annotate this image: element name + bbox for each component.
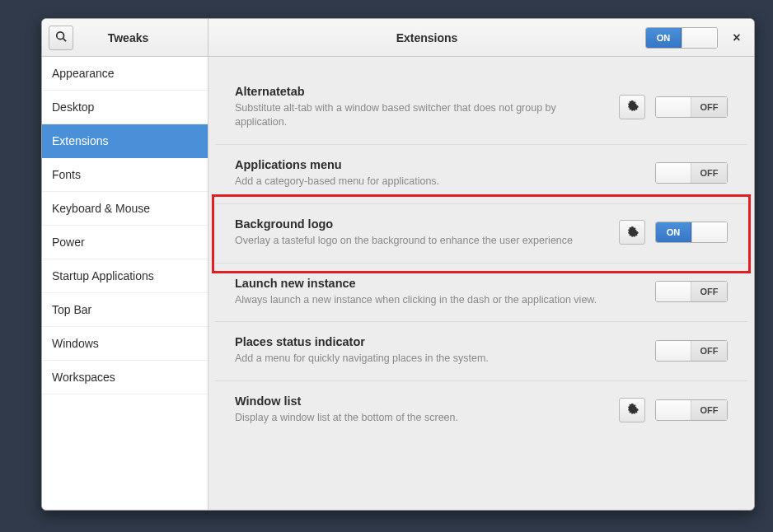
extension-text: Places status indicatorAdd a menu for qu… <box>235 335 655 366</box>
extension-row: Places status indicatorAdd a menu for qu… <box>215 322 747 381</box>
sidebar-item-label: Fonts <box>52 168 81 181</box>
toggle-on-label: ON <box>646 28 682 48</box>
extension-description: Add a menu for quickly navigating places… <box>235 352 645 366</box>
titlebar-left: Tweaks <box>42 19 208 56</box>
toggle-off-label: OFF <box>691 341 727 361</box>
sidebar-item-label: Desktop <box>52 100 94 114</box>
extension-title: Places status indicator <box>235 335 645 348</box>
extension-toggle[interactable]: OFF <box>655 340 728 362</box>
gear-icon <box>626 99 639 114</box>
sidebar-item-label: Workspaces <box>52 371 115 384</box>
svg-point-0 <box>57 31 64 39</box>
toggle-off-label: OFF <box>691 282 727 301</box>
extension-toggle[interactable]: OFF <box>655 96 728 118</box>
app-title: Tweaks <box>73 31 208 44</box>
extension-toggle[interactable]: OFF <box>655 162 728 184</box>
extension-row: Background logoOverlay a tasteful logo o… <box>215 204 747 264</box>
close-icon: × <box>733 30 740 45</box>
titlebar: Tweaks Extensions ON × <box>42 19 754 57</box>
extension-controls: OFF <box>655 281 728 302</box>
search-button[interactable] <box>49 26 73 50</box>
toggle-off-label: OFF <box>691 97 727 117</box>
sidebar-item-label: Startup Applications <box>52 269 154 282</box>
toggle-knob <box>682 28 717 48</box>
toggle-knob <box>656 282 691 301</box>
sidebar-item-extensions[interactable]: Extensions <box>42 124 208 158</box>
extension-controls: OFF <box>619 95 728 119</box>
toggle-knob <box>691 222 727 242</box>
sidebar-item-fonts[interactable]: Fonts <box>42 158 208 192</box>
extension-text: Applications menuAdd a category-based me… <box>235 158 655 189</box>
extension-text: AlternatetabSubstitute alt-tab with a wi… <box>235 85 619 129</box>
sidebar-item-desktop[interactable]: Desktop <box>42 91 208 124</box>
gear-icon <box>626 225 639 240</box>
extension-title: Applications menu <box>235 158 645 171</box>
extension-description: Substitute alt-tab with a window based s… <box>235 101 609 129</box>
close-button[interactable]: × <box>726 27 747 49</box>
extension-text: Window listDisplay a window list at the … <box>235 394 619 425</box>
extension-controls: ON <box>619 220 728 245</box>
gear-icon <box>626 402 639 418</box>
sidebar-item-label: Power <box>52 236 85 249</box>
toggle-knob <box>656 341 691 361</box>
sidebar-item-top-bar[interactable]: Top Bar <box>42 293 208 327</box>
toggle-knob <box>656 97 691 117</box>
extension-row: AlternatetabSubstitute alt-tab with a wi… <box>215 72 747 145</box>
extension-description: Display a window list at the bottom of t… <box>235 411 609 425</box>
extension-toggle[interactable]: ON <box>655 222 728 243</box>
extension-settings-button[interactable] <box>619 398 645 422</box>
extension-title: Background logo <box>235 217 609 231</box>
page-title: Extensions <box>208 31 645 44</box>
extension-controls: OFF <box>619 398 728 422</box>
extension-description: Add a category-based menu for applicatio… <box>235 175 645 189</box>
titlebar-right: ON × <box>645 27 754 49</box>
extension-title: Window list <box>235 394 609 408</box>
extension-toggle[interactable]: OFF <box>655 399 728 421</box>
extension-description: Always launch a new instance when clicki… <box>235 293 645 307</box>
sidebar: AppearanceDesktopExtensionsFontsKeyboard… <box>42 57 208 510</box>
sidebar-item-keyboard-mouse[interactable]: Keyboard & Mouse <box>42 192 208 226</box>
sidebar-item-label: Windows <box>52 337 99 350</box>
content-pane: AlternatetabSubstitute alt-tab with a wi… <box>208 57 754 510</box>
extension-controls: OFF <box>655 162 728 184</box>
toggle-on-label: ON <box>656 222 691 242</box>
toggle-knob <box>656 400 691 420</box>
extension-title: Alternatetab <box>235 85 609 98</box>
window-body: AppearanceDesktopExtensionsFontsKeyboard… <box>42 57 754 510</box>
sidebar-item-windows[interactable]: Windows <box>42 327 208 361</box>
svg-line-1 <box>63 38 67 41</box>
extension-toggle[interactable]: OFF <box>655 281 728 302</box>
extension-settings-button[interactable] <box>619 95 645 119</box>
sidebar-item-label: Extensions <box>52 134 108 147</box>
extension-title: Launch new instance <box>235 277 645 290</box>
toggle-knob <box>656 163 691 183</box>
sidebar-item-appearance[interactable]: Appearance <box>42 57 208 91</box>
extension-row: Applications menuAdd a category-based me… <box>215 145 747 204</box>
sidebar-item-label: Appearance <box>52 67 115 80</box>
toggle-off-label: OFF <box>691 400 727 420</box>
extension-settings-button[interactable] <box>619 220 645 245</box>
extension-description: Overlay a tasteful logo on the backgroun… <box>235 234 609 248</box>
extension-row: Launch new instanceAlways launch a new i… <box>215 264 747 323</box>
sidebar-item-power[interactable]: Power <box>42 226 208 259</box>
sidebar-item-workspaces[interactable]: Workspaces <box>42 361 208 394</box>
sidebar-item-startup-applications[interactable]: Startup Applications <box>42 259 208 293</box>
toggle-off-label: OFF <box>691 163 727 183</box>
search-icon <box>55 30 67 45</box>
extensions-master-toggle[interactable]: ON <box>645 27 718 49</box>
extension-text: Background logoOverlay a tasteful logo o… <box>235 217 619 248</box>
extension-row: Window listDisplay a window list at the … <box>215 381 747 440</box>
extension-controls: OFF <box>655 340 728 362</box>
extension-text: Launch new instanceAlways launch a new i… <box>235 277 655 307</box>
sidebar-item-label: Top Bar <box>52 303 91 316</box>
tweaks-window: Tweaks Extensions ON × AppearanceDesktop… <box>41 18 755 511</box>
sidebar-item-label: Keyboard & Mouse <box>52 202 150 215</box>
